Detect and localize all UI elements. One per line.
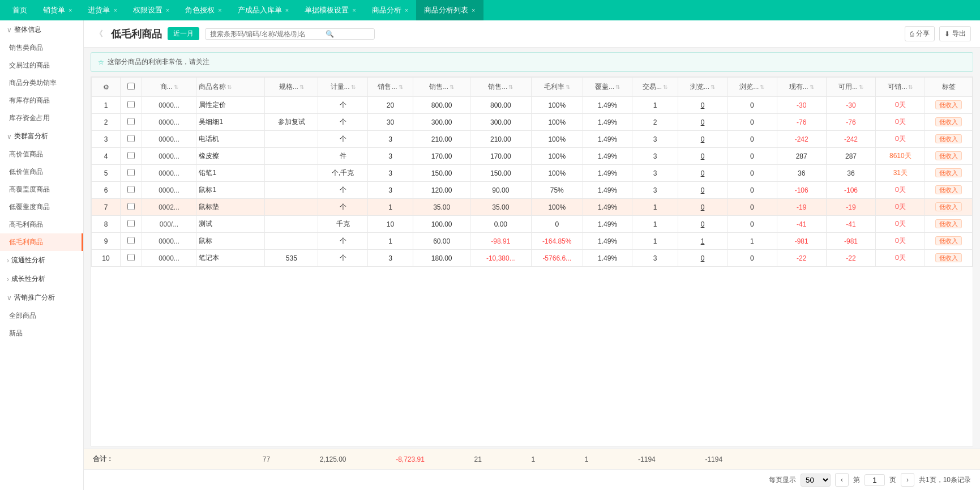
cell-browse1-3[interactable]: 0 [678,131,727,148]
browse1-link-4[interactable]: 0 [701,152,705,160]
cell-browse1-4[interactable]: 0 [678,148,727,165]
row-checkbox-10[interactable] [127,254,135,261]
cell-name-9[interactable]: 鼠标 [196,233,265,250]
cell-browse1-9[interactable]: 1 [678,233,727,250]
cell-browse1-1[interactable]: 0 [678,97,727,114]
col-name[interactable]: 商品名称⇅ [196,78,265,97]
cell-browse1-2[interactable]: 0 [678,114,727,131]
cell-name-3[interactable]: 电话机 [196,131,265,148]
cell-browse1-8[interactable]: 0 [678,216,727,233]
sidebar-item-low-coverage[interactable]: 低覆盖度商品 [0,198,83,216]
sidebar-item-low-margin[interactable]: 低毛利商品 [0,233,83,251]
cell-check-7[interactable] [121,199,142,216]
col-sales-price[interactable]: 销售...⇅ [413,78,470,97]
sidebar-item-high-value[interactable]: 高价值商品 [0,146,83,163]
nav-sales-order-close[interactable]: × [69,7,72,14]
nav-product-analysis[interactable]: 商品分析 × [364,0,416,20]
sidebar-item-traded-products[interactable]: 交易过的商品 [0,57,83,74]
nav-home[interactable]: 首页 [5,0,35,20]
row-checkbox-1[interactable] [127,101,135,108]
col-stock[interactable]: 现有...⇅ [777,78,826,97]
browse1-link-1[interactable]: 0 [701,101,705,109]
sidebar-item-stock-capital[interactable]: 库存资金占用 [0,109,83,127]
cell-name-4[interactable]: 橡皮擦 [196,148,265,165]
nav-permissions-close[interactable]: × [166,7,169,14]
cell-browse1-7[interactable]: 0 [678,199,727,216]
cell-name-5[interactable]: 铅笔1 [196,165,265,182]
cell-check-5[interactable] [121,165,142,182]
col-spec[interactable]: 规格...⇅ [265,78,318,97]
cell-name-1[interactable]: 属性定价 [196,97,265,114]
cell-check-2[interactable] [121,114,142,131]
cell-name-2[interactable]: 吴细细1 [196,114,265,131]
sidebar-item-all-products[interactable]: 全部商品 [0,307,83,325]
cell-name-6[interactable]: 鼠标1 [196,182,265,199]
cell-name-10[interactable]: 笔记本 [196,250,265,267]
row-checkbox-7[interactable] [127,203,135,210]
nav-sales-order[interactable]: 销货单 × [35,0,80,20]
browse1-link-10[interactable]: 0 [701,254,705,262]
nav-product-analysis-close[interactable]: × [405,7,408,14]
browse1-link-5[interactable]: 0 [701,169,705,177]
row-checkbox-6[interactable] [127,186,135,193]
sidebar-group-overall[interactable]: ∨ 整体信息 [0,20,83,39]
next-page-button[interactable]: › [901,473,914,487]
cell-check-9[interactable] [121,233,142,250]
nav-template-settings-close[interactable]: × [352,7,356,14]
row-checkbox-5[interactable] [127,169,135,176]
col-sales-amount[interactable]: 销售...⇅ [470,78,531,97]
nav-product-analysis-list[interactable]: 商品分析列表 × [416,0,483,20]
sidebar-group-marketing[interactable]: ∨ 营销推广分析 [0,288,83,307]
sidebar-group-growth[interactable]: › 成长性分析 [0,270,83,288]
nav-role-auth-close[interactable]: × [218,7,221,14]
nav-product-analysis-list-close[interactable]: × [472,7,475,14]
col-gross-rate[interactable]: 毛利率⇅ [531,78,583,97]
col-trade[interactable]: 交易...⇅ [632,78,678,97]
col-cover[interactable]: 覆盖...⇅ [583,78,632,97]
nav-purchase-order[interactable]: 进货单 × [80,0,125,20]
sidebar-item-new-products[interactable]: 新品 [0,325,83,342]
nav-product-inbound[interactable]: 产成品入库单 × [230,0,297,20]
col-saleable[interactable]: 可销...⇅ [876,78,925,97]
sidebar-item-low-value[interactable]: 低价值商品 [0,163,83,181]
sidebar-item-high-margin[interactable]: 高毛利商品 [0,216,83,233]
page-size-select[interactable]: 50 100 200 [801,474,831,487]
row-checkbox-3[interactable] [127,135,135,142]
col-checkbox-all[interactable] [121,78,142,97]
col-tag[interactable]: 标签 [925,78,973,97]
row-checkbox-4[interactable] [127,152,135,159]
row-checkbox-9[interactable] [127,237,135,244]
sidebar-group-cluster[interactable]: ∨ 类群富分析 [0,127,83,146]
cell-name-8[interactable]: 测试 [196,216,265,233]
cell-name-7[interactable]: 鼠标垫 [196,199,265,216]
sidebar-item-sales-products[interactable]: 销售类商品 [0,39,83,57]
browse1-link-6[interactable]: 0 [701,186,705,194]
nav-role-auth[interactable]: 角色授权 × [177,0,229,20]
browse1-link-9[interactable]: 1 [701,237,705,245]
cell-browse1-10[interactable]: 0 [678,250,727,267]
export-button[interactable]: ⬇ 导出 [939,26,971,41]
browse1-link-8[interactable]: 0 [701,220,705,228]
cell-check-6[interactable] [121,182,142,199]
col-browse2[interactable]: 浏览...⇅ [727,78,777,97]
period-button[interactable]: 近一月 [168,27,199,40]
col-setting[interactable]: ⚙ [92,78,121,97]
select-all-checkbox[interactable] [127,83,135,90]
nav-purchase-order-close[interactable]: × [113,7,117,14]
col-unit[interactable]: 计量...⇅ [318,78,367,97]
cell-check-10[interactable] [121,250,142,267]
search-input[interactable] [210,30,323,38]
cell-check-8[interactable] [121,216,142,233]
col-sales-qty[interactable]: 销售...⇅ [367,78,413,97]
sidebar-item-category-sales-rate[interactable]: 商品分类助销率 [0,74,83,92]
nav-template-settings[interactable]: 单据模板设置 × [297,0,363,20]
prev-page-button[interactable]: ‹ [835,473,849,487]
cell-check-1[interactable] [121,97,142,114]
browse1-link-2[interactable]: 0 [701,118,705,126]
col-code[interactable]: 商...⇅ [142,78,196,97]
share-button[interactable]: ⎙ 分享 [905,26,935,41]
sidebar-item-in-stock-products[interactable]: 有库存的商品 [0,92,83,109]
browse1-link-7[interactable]: 0 [701,203,705,211]
page-number-input[interactable] [865,474,885,486]
col-available[interactable]: 可用...⇅ [826,78,875,97]
